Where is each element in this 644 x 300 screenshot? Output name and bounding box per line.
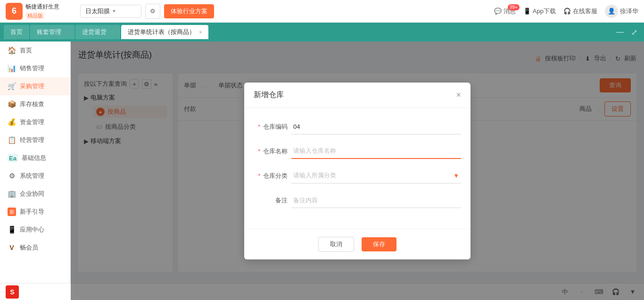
- logo-text: 畅捷通好生意: [25, 3, 59, 11]
- avatar-icon: 👤: [605, 5, 618, 18]
- cancel-button[interactable]: 取消: [318, 237, 354, 252]
- tab-purchase-stats[interactable]: 进货单统计表（按商品） ×: [121, 25, 208, 39]
- guide-icon: 新: [8, 208, 16, 216]
- warehouse-type-row: * 仓库分类 请输入所属分类 ▼: [254, 168, 461, 183]
- tab-home[interactable]: 首页: [4, 25, 29, 39]
- tab-bar: 首页 账套管理 × 进货退货 × 进货单统计表（按商品） × — ⤢: [0, 23, 644, 42]
- modal-footer: 取消 保存: [244, 229, 471, 259]
- warehouse-code-input[interactable]: [291, 119, 461, 134]
- warehouse-name-input[interactable]: [291, 144, 461, 159]
- user-name: 徐泽华: [620, 7, 638, 16]
- settings-button[interactable]: ⚙: [145, 4, 160, 19]
- tab-account-close[interactable]: ×: [65, 29, 68, 35]
- header-right: 💬 消息 99+ 📱 App下载 🎧 在线客服 👤 徐泽华: [494, 5, 638, 18]
- sidebar-item-finance[interactable]: 💰 资金管理: [0, 113, 70, 131]
- tab-expand-button[interactable]: ⤢: [628, 27, 640, 38]
- logo-area: 6 畅捷通好生意 精品版: [6, 3, 76, 20]
- logo-badge: 精品版: [25, 12, 45, 20]
- sidebar-item-vip-label: 畅会员: [20, 243, 38, 252]
- tab-minimize-button[interactable]: —: [613, 27, 627, 38]
- gear-icon: ⚙: [150, 8, 156, 15]
- modal-new-warehouse: 新增仓库 × * 仓库编码 *: [244, 83, 471, 259]
- s-logo: S: [6, 285, 19, 299]
- online-service-label: 在线客服: [573, 7, 597, 16]
- purchase-icon: 🛒: [8, 82, 16, 91]
- operation-icon: 📋: [8, 136, 16, 144]
- sidebar: 🏠 首页 📊 销售管理 🛒 采购管理 📦 库存核查 💰 资金管理 📋 经营管理 …: [0, 42, 71, 300]
- tab-account-label: 账套管理: [37, 28, 61, 36]
- tab-purchase-return-close[interactable]: ×: [110, 29, 113, 35]
- warehouse-name-label: * 仓库名称: [254, 147, 291, 156]
- modal-header: 新增仓库 ×: [244, 83, 471, 108]
- store-dropdown-arrow: ▼: [112, 8, 116, 14]
- main-layout: 🏠 首页 📊 销售管理 🛒 采购管理 📦 库存核查 💰 资金管理 📋 经营管理 …: [0, 42, 644, 300]
- inventory-icon: 📦: [8, 100, 16, 108]
- vip-icon: V: [8, 243, 16, 252]
- sidebar-item-basic[interactable]: Ea 基础信息: [0, 149, 70, 167]
- sidebar-item-guide-label: 新手引导: [20, 208, 44, 216]
- sidebar-item-enterprise[interactable]: 🏢 企业协同: [0, 185, 70, 203]
- app-download-button[interactable]: 📱 App下载: [523, 7, 556, 16]
- warehouse-type-select[interactable]: 请输入所属分类 ▼: [291, 168, 461, 183]
- modal-overlay[interactable]: 新增仓库 × * 仓库编码 *: [71, 42, 644, 300]
- phone-icon: 📱: [523, 8, 531, 15]
- online-service-button[interactable]: 🎧 在线客服: [563, 7, 597, 16]
- sidebar-item-inventory[interactable]: 📦 库存核查: [0, 95, 70, 113]
- trial-button[interactable]: 体验行业方案: [164, 4, 214, 18]
- main-content: 进货单统计(按商品) 🖨 按模板打印 | ⬇ 导出 | ↻ 刷新 按以下方案查询: [71, 42, 644, 300]
- finance-icon: 💰: [8, 118, 16, 126]
- sidebar-item-basic-label: 基础信息: [22, 154, 46, 162]
- enterprise-icon: 🏢: [8, 190, 16, 198]
- sidebar-item-apps-label: 应用中心: [20, 225, 44, 234]
- message-icon: 💬: [494, 8, 502, 15]
- sidebar-item-inventory-label: 库存核查: [20, 100, 44, 108]
- sidebar-item-home[interactable]: 🏠 首页: [0, 42, 70, 59]
- warehouse-code-label: * 仓库编码: [254, 123, 291, 131]
- home-icon: 🏠: [8, 46, 16, 55]
- sidebar-item-purchase[interactable]: 🛒 采购管理: [0, 77, 70, 95]
- message-button[interactable]: 💬 消息 99+: [494, 7, 516, 16]
- sidebar-item-apps[interactable]: 📱 应用中心: [0, 221, 70, 239]
- sidebar-item-operation-label: 经营管理: [20, 136, 44, 144]
- sidebar-item-system-label: 系统管理: [20, 172, 44, 180]
- top-header: 6 畅捷通好生意 精品版 日太阳膜 ▼ ⚙ 体验行业方案 💬 消息 99+ 📱 …: [0, 0, 644, 23]
- sidebar-item-sales-label: 销售管理: [20, 64, 44, 73]
- warehouse-name-row: * 仓库名称: [254, 144, 461, 159]
- tab-purchase-return-label: 进货退货: [82, 28, 107, 36]
- sidebar-item-vip[interactable]: V 畅会员: [0, 239, 70, 257]
- message-badge: 99+: [508, 4, 520, 10]
- app-download-label: App下载: [533, 7, 556, 16]
- sidebar-item-enterprise-label: 企业协同: [20, 190, 44, 198]
- sidebar-item-guide[interactable]: 新 新手引导: [0, 203, 70, 221]
- headset-icon: 🎧: [563, 8, 571, 15]
- logo-icon: 6: [6, 3, 23, 20]
- save-button[interactable]: 保存: [362, 237, 396, 251]
- tab-purchase-stats-label: 进货单统计表（按商品）: [128, 28, 195, 36]
- modal-close-button[interactable]: ×: [456, 90, 461, 100]
- note-row: 备注: [254, 193, 461, 208]
- modal-body: * 仓库编码 * 仓库名称: [244, 108, 471, 229]
- store-name: 日太阳膜: [85, 7, 110, 16]
- tab-account[interactable]: 账套管理 ×: [30, 25, 74, 39]
- apps-icon: 📱: [8, 225, 16, 234]
- sidebar-item-home-label: 首页: [20, 46, 32, 55]
- note-label: 备注: [254, 196, 291, 205]
- tab-actions: — ⤢: [613, 27, 640, 38]
- sidebar-item-operation[interactable]: 📋 经营管理: [0, 131, 70, 149]
- sidebar-item-sales[interactable]: 📊 销售管理: [0, 59, 70, 77]
- sidebar-item-purchase-label: 采购管理: [20, 82, 44, 91]
- tab-home-label: 首页: [10, 28, 23, 36]
- warehouse-type-label: * 仓库分类: [254, 172, 291, 180]
- system-icon: ⚙: [8, 172, 16, 180]
- sales-icon: 📊: [8, 64, 16, 73]
- basic-icon: Ea: [8, 154, 18, 162]
- note-input[interactable]: [291, 193, 461, 208]
- modal-title: 新增仓库: [254, 90, 284, 100]
- user-avatar-area[interactable]: 👤 徐泽华: [605, 5, 638, 18]
- store-selector[interactable]: 日太阳膜 ▼: [80, 5, 141, 18]
- tab-purchase-stats-close[interactable]: ×: [199, 29, 202, 35]
- select-arrow-icon: ▼: [453, 172, 459, 179]
- warehouse-code-row: * 仓库编码: [254, 119, 461, 134]
- sidebar-item-system[interactable]: ⚙ 系统管理: [0, 167, 70, 185]
- tab-purchase-return[interactable]: 进货退货 ×: [75, 25, 120, 39]
